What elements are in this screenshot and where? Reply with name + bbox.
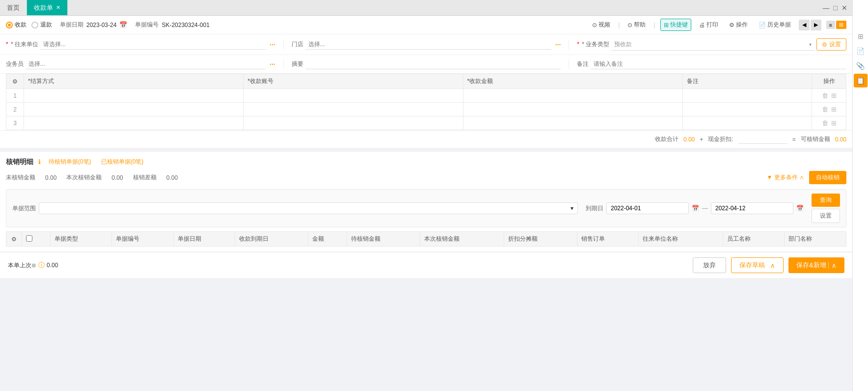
save-new-arrow-icon[interactable]: ∧ [828, 262, 837, 269]
col-pending-th: 待核销金额 [347, 232, 420, 247]
window-close-btn[interactable]: ✕ [841, 4, 847, 12]
select-all-checkbox[interactable] [26, 235, 32, 242]
summary-field: 摘要 [292, 59, 561, 69]
salesperson-dots-btn[interactable]: ··· [270, 60, 275, 68]
business-type-select[interactable]: 预收款 ▾ [611, 39, 814, 51]
amount-cell-3[interactable] [463, 116, 682, 130]
form-row-2: 业务员 ··· 摘要 备注 [0, 55, 852, 74]
bottom-checkbox-th[interactable] [22, 232, 51, 247]
view-list-btn[interactable]: ≡ [826, 21, 835, 29]
discard-btn[interactable]: 放弃 [693, 257, 726, 273]
unverified-label: 未核销金额 [6, 173, 35, 182]
shortcut-icon: ⊞ [664, 22, 669, 28]
summary-input[interactable] [305, 59, 561, 69]
delete-row-3-icon[interactable]: 🗑 [822, 119, 828, 127]
col-staff-name-th: 员工名称 [723, 232, 785, 247]
settlement-cell-3[interactable] [24, 116, 244, 130]
settlement-cell-2[interactable] [24, 103, 244, 116]
note-cell-3[interactable] [682, 116, 812, 130]
cal-from-icon[interactable]: 📅 [692, 205, 699, 212]
date-to-input[interactable] [711, 202, 793, 214]
hex-tab-pending[interactable]: 待核销单据(0笔) [46, 157, 94, 167]
nav-prev-btn[interactable]: ◀ [799, 20, 810, 30]
hex-section: 核销明细 ℹ 待核销单据(0笔) 已核销单据(0笔) 未核销金额 0.00 本次… [0, 152, 852, 251]
amount-cell-1[interactable] [463, 89, 682, 103]
shortcut-btn[interactable]: ⊞ 快捷键 [660, 19, 691, 31]
save-new-btn[interactable]: 保存&新增 ∧ [788, 257, 844, 273]
remark-input[interactable] [591, 59, 846, 69]
operation-icon: ⚙ [729, 22, 734, 28]
tab-home[interactable]: 首页 [0, 0, 27, 15]
history-btn[interactable]: 📄 历史单据 [756, 19, 794, 30]
hex-tab-done[interactable]: 已核销单据(0笔) [98, 157, 147, 167]
video-btn[interactable]: ⊙ 视频 [589, 19, 613, 30]
col-sales-order-th: 销售订单 [577, 232, 638, 247]
calendar-icon[interactable]: 📅 [119, 21, 127, 28]
help-btn[interactable]: ⊙ 帮助 [624, 19, 649, 30]
sidebar-table-icon[interactable]: ⊞ [854, 29, 868, 43]
radio-receipt[interactable]: 收款 [6, 21, 27, 29]
bottom-table: ⚙ 单据类型 单据编号 单据日期 收款到期日 金额 待核销金额 本次核销金额 [6, 231, 846, 247]
sidebar-doc-icon[interactable]: 📄 [854, 44, 868, 58]
view-grid-btn[interactable]: ⊞ [836, 21, 846, 29]
main-table-container: ⚙ *结算方式 *收款账号 *收款金额 备注 操作 1 [0, 74, 852, 130]
tab-close-icon[interactable]: ✕ [56, 4, 60, 11]
bottom-bar: 本单上次⊙ ⓘ 0.00 放弃 保存草稿 ∧ 保存&新增 ∧ [0, 251, 852, 278]
store-dots-btn[interactable]: ··· [555, 41, 561, 49]
note-cell-2[interactable] [682, 103, 812, 116]
bottom-gear-th[interactable]: ⚙ [6, 232, 22, 247]
counterparty-input[interactable] [40, 39, 266, 50]
copy-row-3-icon[interactable]: ⊞ [831, 119, 837, 127]
hex-info-icon[interactable]: ℹ [38, 158, 41, 166]
form-settings-btn[interactable]: ⚙ 设置 [816, 38, 846, 51]
radio-refund[interactable]: 退款 [31, 21, 52, 29]
print-btn[interactable]: 🖨 打印 [696, 19, 721, 30]
col-account-th: *收款账号 [244, 74, 463, 89]
tab-receipt[interactable]: 收款单 ✕ [27, 0, 68, 15]
radio-receipt-dot [6, 22, 13, 28]
copy-row-2-icon[interactable]: ⊞ [831, 106, 837, 113]
save-draft-btn[interactable]: 保存草稿 ∧ [731, 257, 784, 273]
auto-verify-btn[interactable]: 自动核销 [809, 171, 846, 184]
range-select[interactable]: ▾ [39, 202, 578, 214]
filter-settings-btn[interactable]: 设置 [812, 209, 840, 223]
more-conditions-btn[interactable]: ▼ 更多条件 ∧ [766, 173, 804, 182]
window-maximize-btn[interactable]: □ [834, 4, 838, 12]
col-amount-th: *收款金额 [463, 74, 682, 89]
save-draft-arrow-icon[interactable]: ∧ [767, 262, 775, 269]
table-footer: 收款合计 0.00 + 现金折扣: = 可核销金额 0.00 [0, 130, 852, 148]
col-doc-num-th: 单据编号 [112, 232, 173, 247]
account-cell-1[interactable] [244, 89, 463, 103]
counterparty-dots-btn[interactable]: ··· [270, 41, 275, 49]
store-input[interactable] [305, 39, 551, 50]
window-minimize-btn[interactable]: — [823, 4, 830, 12]
table-gear-th[interactable]: ⚙ [6, 74, 24, 89]
print-icon: 🖨 [699, 22, 705, 28]
range-filter-field: 单据范围 ▾ [12, 202, 578, 214]
settlement-cell-1[interactable] [24, 89, 244, 103]
discount-input[interactable] [738, 135, 787, 144]
query-btn[interactable]: 查询 [812, 194, 840, 207]
toolbar: 收款 退款 单据日期 2023-03-24 📅 单据编号 SK-20230324… [0, 16, 852, 34]
nav-next-btn[interactable]: ▶ [811, 20, 821, 30]
date-field: 单据日期 2023-03-24 📅 [60, 21, 127, 29]
radio-refund-dot [31, 22, 38, 28]
account-cell-3[interactable] [244, 116, 463, 130]
stat-info-icon[interactable]: ⓘ [38, 261, 45, 270]
current-value: 0.00 [111, 174, 123, 181]
salesperson-input[interactable] [26, 59, 266, 69]
cal-to-icon[interactable]: 📅 [796, 205, 804, 212]
copy-row-1-icon[interactable]: ⊞ [831, 92, 837, 99]
delete-row-1-icon[interactable]: 🗑 [822, 92, 828, 99]
delete-row-2-icon[interactable]: 🗑 [822, 106, 828, 113]
note-cell-1[interactable] [682, 89, 812, 103]
gear-icon: ⚙ [822, 41, 827, 48]
store-field: 门店 ··· [292, 39, 561, 50]
sidebar-attach-icon[interactable]: 📎 [854, 59, 868, 73]
diff-value: 0.00 [166, 174, 178, 181]
amount-cell-2[interactable] [463, 103, 682, 116]
date-from-input[interactable] [606, 202, 689, 214]
sidebar-clipboard-icon[interactable]: 📋 [854, 74, 868, 87]
account-cell-2[interactable] [244, 103, 463, 116]
operation-btn[interactable]: ⚙ 操作 [726, 19, 751, 30]
